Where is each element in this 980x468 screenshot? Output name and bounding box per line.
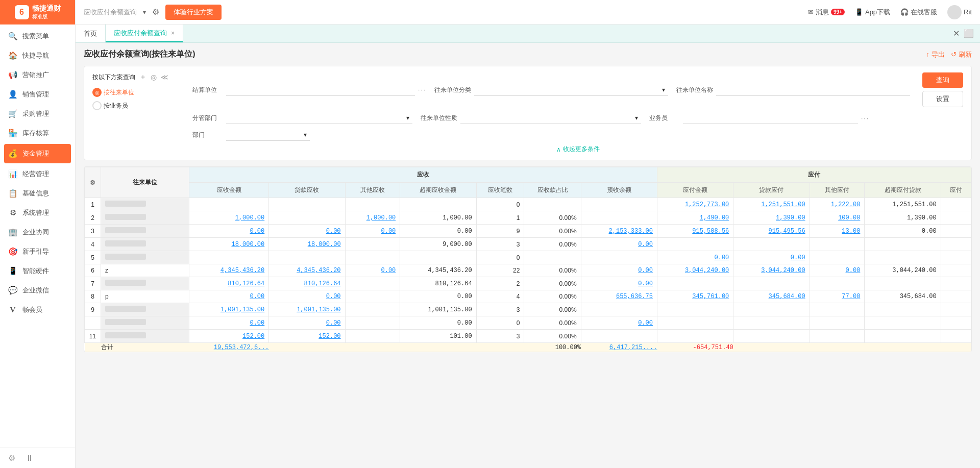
table-cell[interactable] [810,277,865,290]
table-cell[interactable]: 0.00 [581,316,657,330]
table-cell[interactable]: 0.00 [345,225,400,238]
table-cell[interactable]: 0.00 [581,277,657,290]
table-cell[interactable]: 4,345,436.20 [269,264,345,277]
table-cell[interactable] [269,211,345,225]
table-cell[interactable] [345,330,400,343]
header-service[interactable]: 🎧 在线客服 [900,8,937,17]
sidebar-item-capital[interactable]: 💰 资金管理 [4,144,71,163]
header-user[interactable]: Rit [947,5,972,19]
table-cell[interactable]: 4,345,436.20 [189,264,269,277]
table-cell[interactable]: 152.00 [189,330,269,343]
table-cell[interactable] [733,238,810,251]
footer-collapse-icon[interactable]: ⏸ [26,454,34,463]
maximize-icon[interactable]: ⬜ [964,29,974,38]
table-cell[interactable]: 0.00 [345,264,400,277]
query-button[interactable]: 查询 [922,72,963,88]
sidebar-item-basic[interactable]: 📋 基础信息 [0,184,75,203]
total-ar-prepay[interactable]: 6,417,215.... [581,343,657,352]
table-cell[interactable]: 18,000.00 [189,238,269,251]
table-cell[interactable] [581,251,657,264]
table-cell[interactable]: 77.00 [810,290,865,303]
table-cell[interactable]: 3,044,240.00 [657,264,733,277]
table-cell[interactable]: 0.00 [657,251,733,264]
refresh-button[interactable]: ↺ 刷新 [951,50,972,59]
table-cell[interactable]: 1,222.00 [810,198,865,211]
salesperson-dots[interactable]: ··· [861,115,869,122]
table-cell[interactable] [657,316,733,330]
gear-icon[interactable]: ⚙ [90,179,95,186]
total-ar-amount[interactable]: 19,553,472,6... [189,343,269,352]
table-cell[interactable] [810,316,865,330]
table-cell[interactable]: 0.00 [189,225,269,238]
sidebar-item-wechat[interactable]: 💬 企业微信 [0,281,75,300]
table-cell[interactable] [810,251,865,264]
header-message[interactable]: ✉ 消息 99+ [808,8,845,17]
filter-option-customer[interactable]: ◎ 按往来单位 [92,88,176,97]
table-cell[interactable]: 1,001,135.00 [269,303,345,316]
table-cell[interactable] [345,277,400,290]
sidebar-item-inventory[interactable]: 🏪 库存核算 [0,124,75,143]
tab-arbalance[interactable]: 应收应付余额查询 × [106,24,183,42]
table-cell[interactable]: 915,508.56 [657,225,733,238]
category-select[interactable]: ▾ [474,84,668,96]
table-cell[interactable] [345,251,400,264]
sidebar-item-member[interactable]: V 畅会员 [0,300,75,319]
company-input[interactable] [226,84,415,96]
table-cell[interactable] [189,251,269,264]
table-cell[interactable]: 0.00 [810,264,865,277]
table-cell[interactable]: 345,761.00 [657,290,733,303]
table-cell[interactable]: 1,000.00 [189,211,269,225]
add-filter-icon[interactable]: ＋ [139,72,146,82]
table-cell[interactable]: 0.00 [269,316,345,330]
sidebar-item-operations[interactable]: 📊 经营管理 [0,164,75,184]
table-cell[interactable]: 2,153,333.00 [581,225,657,238]
sidebar-item-hardware[interactable]: 📱 智能硬件 [0,261,75,281]
tab-home[interactable]: 首页 [76,24,106,42]
salesperson-input[interactable] [683,112,858,124]
table-cell[interactable] [189,198,269,211]
sidebar-item-sales[interactable]: 👤 销售管理 [0,85,75,104]
sidebar-item-enterprise[interactable]: 🏢 企业协同 [0,223,75,242]
table-cell[interactable] [581,330,657,343]
table-cell[interactable]: 13.00 [810,225,865,238]
sidebar-item-guide[interactable]: 🎯 新手引导 [0,242,75,261]
table-cell[interactable]: 0.00 [733,251,810,264]
close-window-icon[interactable]: ✕ [953,29,960,38]
table-cell[interactable]: 152.00 [269,330,345,343]
table-cell[interactable] [657,303,733,316]
table-cell[interactable]: 100.00 [810,211,865,225]
sidebar-item-quick[interactable]: 🏠 快捷导航 [0,46,75,65]
table-cell[interactable]: 810,126.64 [269,277,345,290]
table-cell[interactable] [345,316,400,330]
table-cell[interactable]: 345,684.00 [733,290,810,303]
collapse-filter-icon[interactable]: ≪ [161,73,168,81]
footer-settings-icon[interactable]: ⚙ [8,453,15,463]
table-cell[interactable]: 0.00 [269,290,345,303]
company-dots[interactable]: ··· [418,86,426,93]
table-cell[interactable] [733,330,810,343]
sidebar-item-marketing[interactable]: 📢 营销推广 [0,65,75,85]
table-cell[interactable] [657,330,733,343]
table-cell[interactable]: 0.00 [189,316,269,330]
sidebar-item-purchase[interactable]: 🛒 采购管理 [0,104,75,124]
subdept-select[interactable]: ▾ [226,129,310,141]
table-cell[interactable] [345,290,400,303]
settings-button[interactable]: 设置 [922,91,963,107]
table-cell[interactable]: 18,000.00 [269,238,345,251]
sidebar-item-system[interactable]: ⚙ 系统管理 [0,203,75,223]
table-cell[interactable]: 1,390.00 [733,211,810,225]
table-cell[interactable] [269,198,345,211]
table-cell[interactable] [345,198,400,211]
nature-select[interactable]: ▾ [460,112,641,124]
table-cell[interactable]: 0.00 [581,238,657,251]
table-cell[interactable] [581,198,657,211]
table-cell[interactable]: 1,001,135.00 [189,303,269,316]
table-cell[interactable] [733,316,810,330]
table-cell[interactable]: 810,126.64 [189,277,269,290]
table-cell[interactable]: 1,251,551.00 [733,198,810,211]
table-cell[interactable] [810,303,865,316]
table-cell[interactable] [581,211,657,225]
table-cell[interactable] [581,303,657,316]
table-cell[interactable] [345,303,400,316]
table-cell[interactable]: 0.00 [269,225,345,238]
